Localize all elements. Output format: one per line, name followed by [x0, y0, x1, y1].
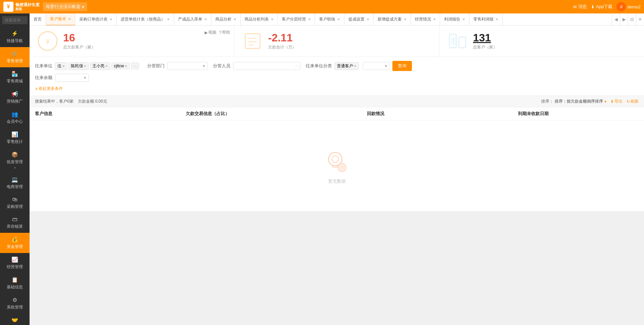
tab-add-commission[interactable]: 新增提成方案 ✕ — [374, 13, 411, 26]
sidebar-item-enterprise[interactable]: 🤝 企业协同 — [0, 314, 30, 325]
workspace-dropdown[interactable]: 母婴行业演示帐套 ▾ — [43, 2, 87, 11]
stat-card-customers: ¥ 16 总欠款客户（家） ▶ 视频 — [30, 26, 234, 57]
chevron-down-icon: ▾ — [82, 4, 84, 9]
sidebar-item-label: 批发管理 — [7, 159, 23, 165]
sidebar-item-finance[interactable]: 💰 资金管理 — [0, 233, 30, 253]
tab-close-icon[interactable]: ✕ — [204, 17, 207, 21]
tab-customer-contact[interactable]: 客户联络 ✕ — [315, 13, 344, 26]
tab-close-icon[interactable]: ✕ — [271, 17, 273, 21]
sidebar-item-retail-stats[interactable]: 📊 零售统计 — [0, 128, 30, 148]
tab-close-icon[interactable]: ✕ — [337, 17, 340, 21]
tab-commission-settings[interactable]: 提成设置 ✕ — [344, 13, 374, 26]
filter-tag-wang: 王小亮 ✕ — [90, 62, 110, 70]
tab-window-btn[interactable]: ⊟ — [628, 13, 636, 26]
tab-close-icon[interactable]: ✕ — [167, 17, 170, 21]
more-icon: ··· — [133, 64, 137, 68]
app-download-btn[interactable]: ⬇ App下载 — [591, 4, 612, 10]
help-btn[interactable]: ? 帮助 — [219, 30, 230, 35]
dept-select[interactable] — [167, 62, 208, 70]
tag-text: 陈民强 — [71, 63, 83, 69]
sidebar-item-quick-nav[interactable]: ⚡ 快捷导航 — [0, 27, 30, 47]
col-header-debt: 欠款交易信息（占比） — [186, 111, 367, 117]
message-btn[interactable]: ✉ 消息 — [573, 4, 587, 10]
sidebar-item-ecommerce[interactable]: 💻 电商管理 — [0, 173, 30, 193]
tab-close-icon[interactable]: ✕ — [68, 17, 71, 21]
tag-close-btn[interactable]: ✕ — [125, 64, 127, 68]
tag-close-btn[interactable]: ✕ — [62, 64, 65, 68]
tab-purchase-stats[interactable]: 进货单统计表（按商品） ✕ — [117, 13, 174, 26]
tab-retail-profit[interactable]: 零售利润报 ✕ — [469, 13, 503, 26]
filter-label-dept: 分管部门 — [147, 63, 165, 69]
tab-close-icon[interactable]: ✕ — [496, 17, 498, 21]
tab-purchase-order[interactable]: 采购订单统计表 ✕ — [75, 13, 117, 26]
tab-prev-btn[interactable]: ◀ — [612, 13, 620, 26]
logo-text-sub: 标版 — [15, 7, 40, 11]
person-input-wrap: ··· — [233, 62, 300, 70]
stat-value-debt: -2.11 — [268, 32, 296, 43]
logo-text-main: 畅捷通好生意 — [15, 2, 40, 7]
sidebar-item-purchase[interactable]: 🛍 采购管理 — [0, 193, 30, 213]
tab-close-icon[interactable]: ✕ — [462, 17, 465, 21]
tab-home[interactable]: 首页 — [30, 13, 46, 26]
sidebar-item-system[interactable]: ⚙ 系统管理 — [0, 293, 30, 314]
tab-profit-report[interactable]: 利润报告 ✕ — [440, 13, 469, 26]
tab-close-icon[interactable]: ✕ — [433, 17, 436, 21]
tab-close-all-btn[interactable]: ✕ — [636, 13, 644, 26]
filter-section: 往来单位 伍 ✕ 陈民强 ✕ 王小亮 — [30, 57, 644, 96]
tab-close-icon[interactable]: ✕ — [404, 17, 406, 21]
tab-close-icon[interactable]: ✕ — [110, 17, 112, 21]
operation-icon: 📈 — [11, 256, 18, 263]
sidebar-item-marketing[interactable]: 📢 营销推广 — [0, 87, 30, 108]
logo-text: 畅捷通好生意 标版 — [15, 2, 40, 11]
tab-customer-ledger[interactable]: 客户账本 ✕ — [46, 13, 75, 26]
tab-label: 商品分析列表 — [245, 16, 269, 22]
tag-close-btn[interactable]: ✕ — [84, 64, 86, 68]
stat-info-customers: 16 总欠款客户（家） — [63, 32, 95, 50]
sidebar-item-operation[interactable]: 📈 经营管理 — [0, 253, 30, 273]
tab-close-icon[interactable]: ✕ — [308, 17, 311, 21]
filter-tag-more[interactable]: ··· — [131, 63, 139, 69]
sidebar-item-retail-mall[interactable]: 🏪 零售商城 — [0, 67, 30, 87]
tab-next-btn[interactable]: ▶ — [620, 13, 628, 26]
username-label: demo2 — [627, 4, 641, 9]
sidebar-item-label: 基础信息 — [7, 284, 23, 290]
export-btn[interactable]: ⬆ 导出 — [610, 99, 622, 104]
sidebar-item-label: 零售商城 — [7, 78, 23, 84]
refresh-btn[interactable]: ↻ 刷新 — [627, 99, 639, 104]
result-bar: 搜索结果中，客户0家 欠款金额 0.00元 排序： 排序：按欠款金额倒序排序 ▾… — [30, 96, 644, 107]
sidebar-item-member[interactable]: 👥 会员中心 — [0, 108, 30, 128]
wholesale-icon: 📦 — [11, 151, 18, 158]
tag-close-btn[interactable]: ✕ — [105, 64, 108, 68]
tab-customer-tier[interactable]: 客户分层经营 ✕ — [278, 13, 315, 26]
search-input[interactable] — [2, 16, 28, 24]
sort-chevron-icon[interactable]: ▾ — [604, 99, 606, 104]
sidebar-item-retail[interactable]: 🛒 零售管理 — [0, 47, 30, 67]
sidebar-item-wholesale[interactable]: 📦 批发管理 ▾ — [0, 148, 30, 173]
top-right-area: ✉ 消息 ⬇ App下载 d demo2 — [573, 2, 641, 11]
tab-close-icon[interactable]: ✕ — [367, 17, 369, 21]
sidebar-item-basic-info[interactable]: 📋 基础信息 — [0, 273, 30, 293]
query-button[interactable]: 查询 — [392, 61, 412, 71]
tab-operation[interactable]: 经营情况 ✕ — [411, 13, 440, 26]
category-select[interactable] — [363, 62, 390, 70]
person-input[interactable] — [233, 62, 300, 70]
video-btn[interactable]: ▶ 视频 — [205, 30, 216, 35]
workspace-name: 母婴行业演示帐套 — [46, 4, 81, 10]
avatar: d — [616, 2, 626, 11]
refresh-icon: ↻ — [627, 99, 630, 104]
svg-rect-2 — [245, 34, 260, 48]
sidebar-item-inventory[interactable]: 🗃 库存核算 — [0, 213, 30, 233]
sidebar-item-label: 系统管理 — [7, 304, 23, 310]
debt-icon — [243, 31, 263, 51]
tab-product-analysis[interactable]: 商品分析 ✕ — [211, 13, 241, 26]
stats-icon: 📊 — [11, 131, 18, 138]
marketing-icon: 📢 — [11, 91, 18, 97]
tab-product-analysis-list[interactable]: 商品分析列表 ✕ — [241, 13, 278, 26]
balance-select[interactable]: 选择... — [55, 74, 89, 82]
tag-text: 普通客户 — [337, 63, 353, 69]
tab-close-icon[interactable]: ✕ — [233, 17, 236, 21]
tab-product-in[interactable]: 产成品入库单 ✕ — [174, 13, 211, 26]
tag-close-btn[interactable]: ✕ — [354, 64, 356, 68]
user-profile[interactable]: d demo2 — [616, 2, 641, 11]
collapse-btn[interactable]: ∧ 收起更多条件 — [35, 86, 639, 92]
